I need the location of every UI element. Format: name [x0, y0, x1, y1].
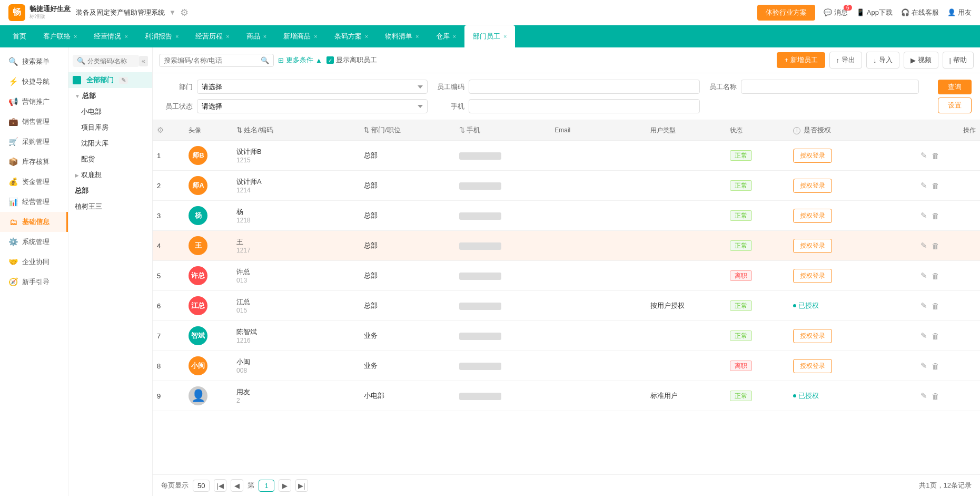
tab-customer[interactable]: 客户联络 × [35, 25, 85, 47]
tab-warehouse[interactable]: 仓库 × [428, 25, 464, 47]
sidebar-item-operation[interactable]: 📊 经营管理 [0, 192, 68, 212]
page-first-btn[interactable]: |◀ [214, 479, 226, 492]
dept-item-all[interactable]: 全部部门 ✎ [68, 72, 152, 88]
status-select[interactable]: 请选择 [197, 99, 428, 113]
auth-info-icon[interactable]: i [793, 127, 800, 134]
dept-item-zongbu-group[interactable]: ▼ 总部 [68, 88, 152, 104]
search-box[interactable]: 🔍 [159, 54, 274, 67]
sort-icon-dept[interactable]: ⇅ [364, 126, 370, 134]
auth-btn[interactable]: 授权登录 [793, 239, 832, 253]
import-btn[interactable]: ↓ 导入 [866, 52, 899, 69]
auth-btn[interactable]: 授权登录 [793, 329, 832, 343]
sidebar-item-system[interactable]: ⚙️ 系统管理 [0, 232, 68, 252]
edit-icon[interactable]: ✎ [920, 271, 927, 280]
sidebar-item-quick[interactable]: ⚡ 快捷导航 [0, 72, 68, 92]
app-download-btn[interactable]: 📱 App下载 [856, 8, 893, 17]
dept-item-shuanglu[interactable]: ▶ 双鹿想 [68, 167, 152, 183]
tab-home[interactable]: 首页 [4, 25, 35, 47]
sidebar-item-basic[interactable]: 🗂 基础信息 [0, 212, 68, 232]
phone-input[interactable] [469, 99, 699, 113]
dept-item-xiangmu[interactable]: 项目库房 [68, 120, 152, 135]
sidebar-item-sales[interactable]: 💼 销售管理 [0, 112, 68, 132]
auth-btn[interactable]: 授权登录 [793, 209, 832, 223]
dept-select[interactable]: 请选择 [197, 80, 428, 94]
dept-search-box[interactable]: 🔍 [73, 55, 139, 67]
dept-search-input[interactable] [87, 57, 135, 65]
edit-icon[interactable]: ✎ [920, 331, 927, 341]
resigned-checkbox[interactable]: ✓ [326, 56, 334, 64]
tab-close-op-status[interactable]: × [124, 33, 127, 40]
help-btn[interactable]: | 帮助 [943, 52, 974, 69]
tab-profit[interactable]: 利润报告 × [136, 25, 187, 47]
dept-item-xiaodian[interactable]: 小电部 [68, 104, 152, 120]
current-page[interactable]: 1 [259, 480, 274, 492]
sidebar-item-capital[interactable]: 💰 资金管理 [0, 172, 68, 192]
sidebar-item-marketing[interactable]: 📢 营销推广 [0, 92, 68, 112]
query-btn[interactable]: 查询 [938, 80, 972, 94]
dept-item-zhishu[interactable]: 植树王三 [68, 199, 152, 215]
service-btn[interactable]: 🎧 在线客服 [901, 8, 939, 17]
delete-icon[interactable]: 🗑 [932, 151, 939, 160]
search-submit-icon[interactable]: 🔍 [261, 56, 269, 64]
delete-icon[interactable]: 🗑 [932, 332, 939, 341]
more-filter-btn[interactable]: ⊞ 更多条件 ▲ [278, 55, 322, 65]
sidebar-item-search[interactable]: 🔍 搜索菜单 [0, 52, 68, 72]
page-last-btn[interactable]: ▶| [295, 479, 308, 492]
tab-dept-staff[interactable]: 部门员工 × [464, 25, 515, 47]
add-employee-btn[interactable]: + 新增员工 [777, 52, 825, 68]
export-btn[interactable]: ↑ 导出 [829, 52, 863, 69]
sidebar-item-inventory[interactable]: 📦 库存核算 [0, 152, 68, 172]
sidebar-item-purchase[interactable]: 🛒 采购管理 [0, 132, 68, 152]
tab-bom[interactable]: 物料清单 × [377, 25, 427, 47]
collapse-btn[interactable]: « [139, 56, 148, 66]
tab-close-history[interactable]: × [226, 33, 229, 40]
edit-icon[interactable]: ✎ [920, 391, 927, 401]
dept-item-peihuo[interactable]: 配货 [68, 151, 152, 167]
tab-close-goods[interactable]: × [263, 33, 266, 40]
tab-close-warehouse[interactable]: × [453, 33, 456, 40]
delete-icon[interactable]: 🗑 [932, 302, 939, 310]
page-prev-btn[interactable]: ◀ [231, 479, 243, 492]
emp-name-input[interactable] [741, 80, 919, 94]
auth-btn[interactable]: 授权登录 [793, 269, 832, 283]
edit-icon[interactable]: ✎ [920, 241, 927, 250]
delete-icon[interactable]: 🗑 [932, 181, 939, 190]
edit-icon[interactable]: ✎ [920, 181, 927, 190]
emp-code-input[interactable] [469, 80, 699, 94]
edit-icon[interactable]: ✎ [920, 211, 927, 220]
user-avatar[interactable]: 👤 用友 [947, 8, 972, 17]
auth-btn[interactable]: 授权登录 [793, 179, 832, 193]
sidebar-item-collab[interactable]: 🤝 企业协同 [0, 252, 68, 272]
sort-icon-name[interactable]: ⇅ [236, 126, 242, 134]
tab-history[interactable]: 经营历程 × [187, 25, 237, 47]
dept-item-shenyang[interactable]: 沈阳大库 [68, 135, 152, 151]
delete-icon[interactable]: 🗑 [932, 241, 939, 250]
auth-btn[interactable]: 授权登录 [793, 359, 832, 373]
trial-btn[interactable]: 体验行业方案 [757, 5, 815, 21]
edit-icon[interactable]: ✎ [920, 151, 927, 160]
sort-icon-phone[interactable]: ⇅ [459, 126, 465, 134]
tab-barcode[interactable]: 条码方案 × [326, 25, 377, 47]
page-next-btn[interactable]: ▶ [279, 479, 291, 492]
delete-icon[interactable]: 🗑 [932, 362, 939, 371]
view-btn[interactable]: ▶ 视频 [904, 52, 938, 69]
th-gear[interactable]: ⚙ [153, 120, 184, 141]
tab-operation-status[interactable]: 经营情况 × [85, 25, 136, 47]
tab-add-goods[interactable]: 新增商品 × [275, 25, 325, 47]
message-btn[interactable]: 💬 消息 6 [824, 8, 848, 17]
delete-icon[interactable]: 🗑 [932, 271, 939, 280]
tab-close-bom[interactable]: × [415, 33, 419, 40]
tab-goods[interactable]: 商品 × [238, 25, 275, 47]
sidebar-item-guide[interactable]: 🧭 新手引导 [0, 272, 68, 292]
tab-close-dept-staff[interactable]: × [503, 33, 507, 40]
search-input[interactable] [164, 56, 259, 64]
tab-close-add-goods[interactable]: × [314, 33, 317, 40]
set-btn[interactable]: 设置 [938, 98, 972, 113]
delete-icon[interactable]: 🗑 [932, 211, 939, 220]
tab-close-barcode[interactable]: × [365, 33, 368, 40]
per-page-value[interactable]: 50 [193, 480, 210, 492]
tab-close-profit[interactable]: × [175, 33, 179, 40]
edit-icon[interactable]: ✎ [920, 301, 927, 310]
show-resigned-toggle[interactable]: ✓ 显示离职员工 [326, 55, 377, 65]
auth-btn[interactable]: 授权登录 [793, 149, 832, 163]
